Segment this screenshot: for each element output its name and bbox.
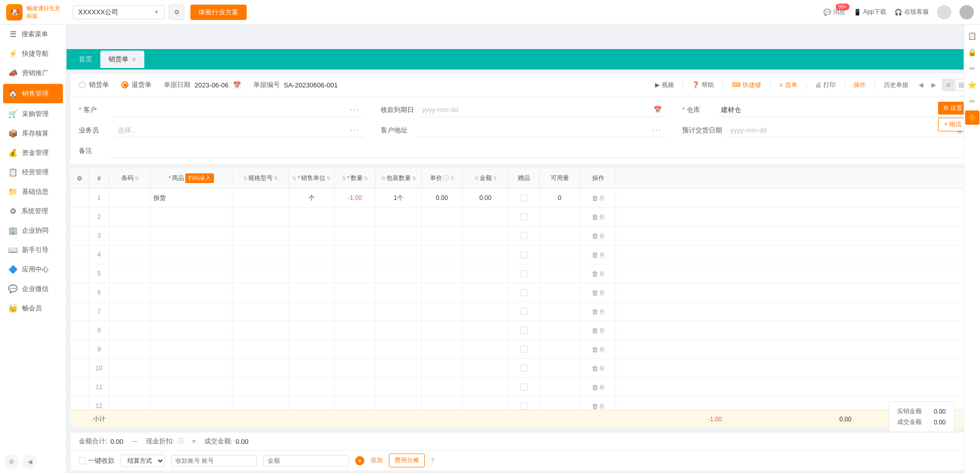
row-gift[interactable]: [509, 264, 539, 283]
row-qty[interactable]: [335, 359, 376, 377]
sales-order-radio[interactable]: 销货单: [79, 80, 109, 89]
right-sidebar-btn-5[interactable]: ✏: [965, 94, 979, 108]
row-barcode[interactable]: [110, 378, 150, 396]
row-goods[interactable]: [150, 302, 232, 321]
spec-sort-icon[interactable]: ⇅: [243, 175, 247, 181]
row-spec[interactable]: [232, 189, 289, 207]
row-qty[interactable]: [335, 302, 376, 321]
row-qty[interactable]: [335, 264, 376, 283]
row-spec[interactable]: [232, 397, 289, 410]
row-price[interactable]: [422, 227, 463, 245]
row-unit[interactable]: [289, 340, 335, 358]
row-goods[interactable]: [150, 378, 232, 396]
row-barcode[interactable]: [110, 397, 150, 410]
avatar-extra[interactable]: [960, 5, 974, 19]
row-price[interactable]: [422, 321, 463, 340]
return-order-radio[interactable]: 退货单: [121, 80, 151, 89]
row-gift[interactable]: [509, 302, 539, 321]
row-unit[interactable]: [289, 283, 335, 302]
row-goods[interactable]: [150, 359, 232, 377]
row-barcode[interactable]: [110, 208, 150, 226]
addr-dots-icon[interactable]: ···: [652, 126, 662, 135]
sidebar-collapse-icon[interactable]: ◀: [23, 455, 37, 469]
row-gear-icon[interactable]: [71, 378, 89, 396]
row-goods[interactable]: [150, 321, 232, 340]
row-gear-icon[interactable]: [71, 208, 89, 226]
row-gift[interactable]: [509, 378, 539, 396]
row-spec[interactable]: [232, 283, 289, 302]
row-goods[interactable]: [150, 227, 232, 245]
row-amount[interactable]: [463, 227, 509, 245]
amount-sort-icon2[interactable]: ⇅: [493, 175, 497, 181]
row-goods[interactable]: [150, 340, 232, 358]
salesperson-dots-icon[interactable]: ···: [350, 126, 360, 135]
row-spec[interactable]: [232, 340, 289, 358]
pkg-sort-icon2[interactable]: ⇅: [412, 175, 416, 181]
delete-row-button[interactable]: 🗑: [592, 289, 598, 297]
row-qty[interactable]: [335, 227, 376, 245]
due-date-calendar-icon[interactable]: 📅: [654, 106, 662, 114]
avatar[interactable]: [937, 5, 951, 19]
row-spec[interactable]: [232, 302, 289, 321]
row-unit[interactable]: [289, 264, 335, 283]
copy-row-button[interactable]: ⎘: [600, 270, 604, 278]
row-amount[interactable]: [463, 321, 509, 340]
gift-checkbox[interactable]: [520, 327, 528, 334]
row-goods[interactable]: 拆货: [150, 189, 232, 207]
delete-row-button[interactable]: 🗑: [592, 308, 598, 316]
row-goods[interactable]: [150, 283, 232, 302]
row-pkg[interactable]: [376, 302, 422, 321]
row-qty[interactable]: [335, 283, 376, 302]
row-pkg[interactable]: 1个: [376, 189, 422, 207]
select-link[interactable]: ≡ 选单: [775, 81, 801, 89]
row-goods[interactable]: [150, 245, 232, 264]
row-unit[interactable]: [289, 321, 335, 340]
amount-sort-icon[interactable]: ⇅: [474, 175, 478, 181]
row-gear-icon[interactable]: [71, 340, 89, 358]
row-barcode[interactable]: [110, 189, 150, 207]
th-gear[interactable]: ⚙: [71, 171, 89, 186]
row-barcode[interactable]: [110, 359, 150, 377]
history-link[interactable]: 历史单据: [880, 81, 912, 89]
row-amount[interactable]: [463, 283, 509, 302]
copy-row-button[interactable]: ⎘: [600, 289, 604, 297]
shortcut-link[interactable]: ⌨ 快捷键: [728, 81, 765, 89]
row-price[interactable]: [422, 283, 463, 302]
row-barcode[interactable]: [110, 245, 150, 264]
row-gift[interactable]: [509, 359, 539, 377]
row-barcode[interactable]: [110, 283, 150, 302]
tab-close-icon[interactable]: ✕: [132, 56, 136, 63]
sidebar-settings-icon[interactable]: ⚙: [4, 455, 18, 469]
expected-date-input[interactable]: yyyy-mm-dd 📅: [726, 123, 968, 138]
row-pkg[interactable]: [376, 227, 422, 245]
row-price[interactable]: [422, 397, 463, 410]
row-pkg[interactable]: [376, 245, 422, 264]
row-amount[interactable]: [463, 378, 509, 396]
customer-dots-icon[interactable]: ···: [350, 105, 360, 115]
sidebar-item-finance[interactable]: 💰 资金管理: [0, 143, 66, 163]
customer-addr-input[interactable]: ···: [416, 123, 666, 138]
row-unit[interactable]: [289, 397, 335, 410]
row-qty[interactable]: [335, 378, 376, 396]
sidebar-item-search[interactable]: ☰ 搜索菜单: [0, 25, 66, 44]
row-gear-icon[interactable]: [71, 245, 89, 264]
row-gift[interactable]: [509, 397, 539, 410]
row-pkg[interactable]: [376, 397, 422, 410]
sidebar-item-member[interactable]: 👑 畅会员: [0, 299, 66, 318]
row-barcode[interactable]: [110, 264, 150, 283]
row-spec[interactable]: [232, 208, 289, 226]
due-date-input[interactable]: yyyy-mm-dd 📅: [418, 103, 666, 117]
gift-checkbox[interactable]: [520, 346, 528, 353]
row-barcode[interactable]: [110, 302, 150, 321]
row-price[interactable]: [422, 208, 463, 226]
row-spec[interactable]: [232, 378, 289, 396]
add-payment-button[interactable]: +: [355, 456, 364, 465]
salesperson-input[interactable]: 选择... ···: [114, 123, 364, 138]
row-goods[interactable]: [150, 397, 232, 410]
message-button[interactable]: 💬 消息 99+: [823, 8, 845, 16]
row-qty[interactable]: [335, 208, 376, 226]
one-click-payment-label[interactable]: 一键收款: [79, 456, 115, 465]
row-spec[interactable]: [232, 359, 289, 377]
qty-sort-icon2[interactable]: ⇅: [364, 175, 368, 181]
copy-row-button[interactable]: ⎘: [600, 384, 604, 391]
